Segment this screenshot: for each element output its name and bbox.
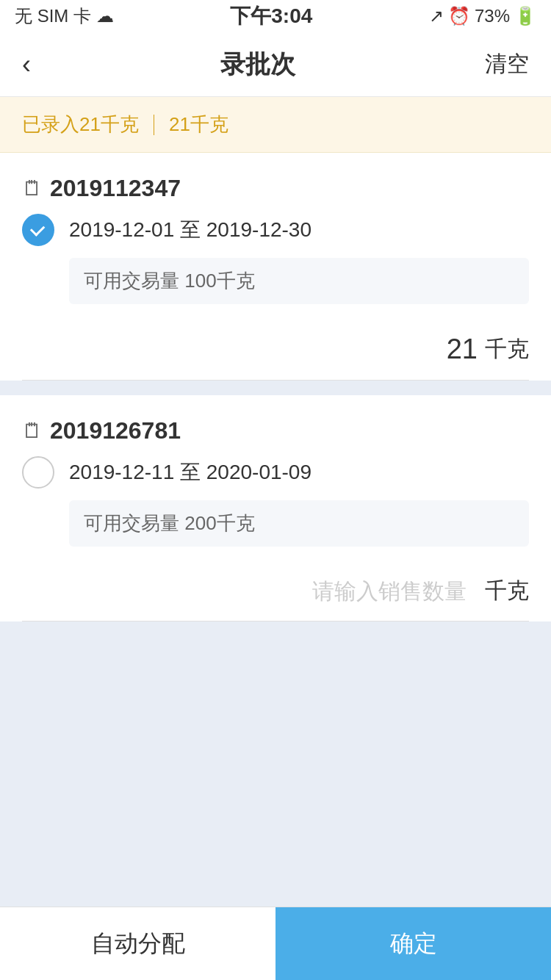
batch1-icon: 🗒 — [22, 176, 43, 201]
page-title: 录批次 — [220, 48, 295, 82]
batch1-card: 🗒 2019112347 2019-12-01 至 2019-12-30 可用交… — [0, 153, 551, 381]
batch2-icon: 🗒 — [22, 419, 43, 443]
auto-distribute-button[interactable]: 自动分配 — [0, 907, 276, 980]
batch2-id: 2019126781 — [50, 417, 181, 444]
status-time: 下午3:04 — [230, 2, 312, 30]
batch2-row[interactable]: 2019-12-11 至 2020-01-09 — [22, 456, 529, 489]
batch1-header: 🗒 2019112347 — [22, 175, 529, 202]
location-icon: ↗ — [429, 6, 444, 26]
batch2-availability: 可用交易量 200千克 — [69, 500, 529, 547]
status-right: ↗ ⏰ 73% 🔋 — [429, 6, 536, 26]
alarm-icon: ⏰ — [448, 6, 470, 26]
confirm-button[interactable]: 确定 — [276, 907, 551, 980]
battery-text: 73% — [475, 6, 510, 26]
batch2-avail-text: 可用交易量 200千克 — [84, 512, 255, 534]
batch2-header: 🗒 2019126781 — [22, 417, 529, 444]
batch1-date: 2019-12-01 至 2019-12-30 — [69, 216, 311, 244]
batch2-card: 🗒 2019126781 2019-12-11 至 2020-01-09 可用交… — [0, 395, 551, 621]
status-bar: 无 SIM 卡 ☁ 下午3:04 ↗ ⏰ 73% 🔋 — [0, 0, 551, 32]
nav-bar: ‹ 录批次 清空 — [0, 32, 551, 97]
batch1-row[interactable]: 2019-12-01 至 2019-12-30 — [22, 214, 529, 246]
batch1-radio[interactable] — [22, 214, 54, 246]
battery-icon: 🔋 — [514, 6, 536, 26]
summary-banner: 已录入21千克 21千克 — [0, 97, 551, 153]
batch2-input-row[interactable]: 千克 — [22, 561, 529, 621]
batch1-id: 2019112347 — [50, 175, 181, 202]
batch1-availability: 可用交易量 100千克 — [69, 258, 529, 304]
quantity-input[interactable] — [22, 579, 478, 604]
summary-value: 21千克 — [169, 112, 228, 137]
sim-signal: 无 SIM 卡 ☁ — [15, 4, 114, 28]
batch2-unit: 千克 — [485, 576, 529, 606]
clear-button[interactable]: 清空 — [485, 49, 529, 79]
batch1-avail-text: 可用交易量 100千克 — [84, 270, 255, 292]
summary-divider — [154, 115, 154, 135]
batch2-date: 2019-12-11 至 2020-01-09 — [69, 458, 311, 486]
batch1-quantity-value: 21 — [447, 334, 478, 365]
bottom-buttons: 自动分配 确定 — [0, 907, 551, 980]
batch1-quantity-row: 21 千克 — [22, 319, 529, 381]
batch2-radio[interactable] — [22, 456, 54, 489]
back-button[interactable]: ‹ — [22, 49, 31, 80]
status-left: 无 SIM 卡 ☁ — [15, 4, 114, 28]
batch1-unit: 千克 — [485, 334, 529, 364]
section-divider — [0, 381, 551, 395]
recorded-label: 已录入21千克 — [22, 112, 139, 137]
